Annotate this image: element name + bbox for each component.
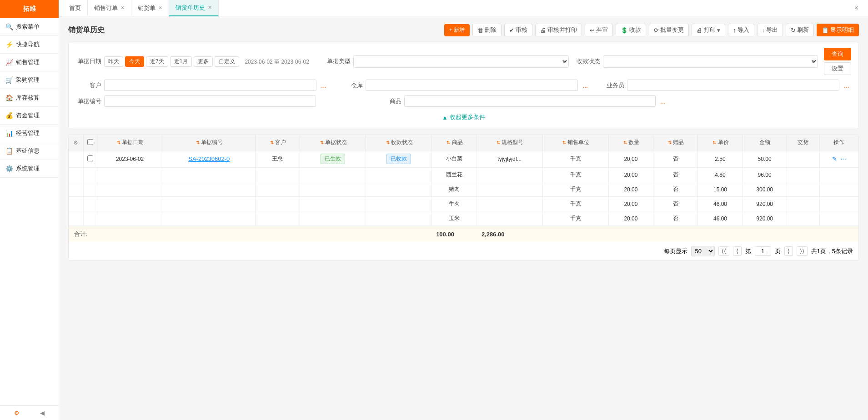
row-docno[interactable] (163, 168, 255, 182)
collect-button[interactable]: 💲 收款 (616, 24, 646, 36)
col-settings[interactable]: ⚙ (69, 135, 83, 150)
doc-type-select[interactable] (353, 55, 568, 68)
import-button[interactable]: ↑ 导入 (728, 24, 754, 36)
delete-button[interactable]: 🗑 删除 (472, 24, 502, 36)
audit-print-button[interactable]: 🖨 审核并打印 (535, 24, 582, 36)
warehouse-input[interactable] (366, 80, 578, 91)
new-button[interactable]: + 新增 (444, 24, 470, 36)
col-checkbox[interactable] (83, 135, 97, 150)
audit-button[interactable]: ✔ 审核 (504, 24, 532, 36)
col-docno[interactable]: ⇅ 单据编号 (163, 135, 255, 150)
export-button[interactable]: ↓ 导出 (757, 24, 783, 36)
pagination-bar: 每页显示 10 20 50 100 ⟨⟨ ⟨ 第 页 ⟩ ⟩⟩ 共1页，5条记录 (69, 242, 858, 260)
collapse-filter-button[interactable]: ▲ 收起更多条件 (76, 111, 851, 123)
row-checkbox[interactable] (83, 150, 97, 168)
abandon-button[interactable]: ↩ 弃审 (585, 24, 613, 36)
table-row: 玉米 千克 20.00 否 46.00 920.00 (69, 211, 858, 226)
import-icon: ↑ (733, 27, 736, 34)
tab-sales-order[interactable]: 销售订单 ✕ (88, 0, 131, 16)
row-price: 46.00 (698, 197, 743, 211)
date-btn-today[interactable]: 今天 (125, 56, 144, 67)
row-delivery (787, 197, 819, 211)
select-all-checkbox[interactable] (87, 139, 93, 145)
print-button[interactable]: 🖨 打印 ▾ (692, 24, 725, 36)
page-label: 第 (745, 247, 751, 255)
refresh-button[interactable]: ↻ 刷新 (786, 24, 814, 36)
row-qty: 20.00 (608, 182, 653, 197)
goods-input[interactable] (404, 95, 656, 107)
salesperson-ellipsis[interactable]: ... (842, 82, 851, 89)
row-docno[interactable] (163, 197, 255, 211)
row-docno[interactable]: SA-20230602-0 (163, 150, 255, 168)
sidebar-item-search-menu[interactable]: 🔍 搜索菜单 (0, 18, 59, 36)
next-page-button[interactable]: ⟩ (784, 246, 793, 256)
tab-bar-close-button[interactable]: ✕ (848, 5, 864, 11)
row-select-checkbox[interactable] (87, 155, 93, 161)
col-doc-status[interactable]: ⇅ 单据状态 (300, 135, 366, 150)
sidebar-bottom: ⚙ ◀ (0, 405, 59, 420)
last-page-button[interactable]: ⟩⟩ (797, 246, 808, 256)
page-size-select[interactable]: 10 20 50 100 (691, 246, 715, 256)
row-unit: 千克 (542, 150, 608, 168)
date-btn-7days[interactable]: 近7天 (146, 56, 168, 67)
batch-change-button[interactable]: ⟳ 批量变更 (649, 24, 689, 36)
col-customer[interactable]: ⇅ 客户 (255, 135, 300, 150)
tab-sales-invoice-label: 销货单 (138, 4, 156, 12)
close-icon[interactable]: ✕ (120, 5, 125, 11)
sidebar-item-basic-info[interactable]: 📋 基础信息 (0, 142, 59, 160)
audit-print-icon: 🖨 (540, 27, 546, 34)
row-docno[interactable] (163, 211, 255, 226)
prev-page-button[interactable]: ⟨ (733, 246, 742, 256)
row-checkbox[interactable] (83, 197, 97, 211)
sidebar-item-sales-mgmt[interactable]: 📈 销售管理 (0, 54, 59, 71)
edit-icon[interactable]: ✎ (832, 155, 837, 162)
col-spec[interactable]: ⇅ 规格型号 (477, 135, 542, 150)
show-detail-button[interactable]: 📋 显示明细 (817, 24, 859, 36)
sidebar-item-finance-mgmt[interactable]: 💰 资金管理 (0, 107, 59, 125)
sidebar-item-purchase-mgmt[interactable]: 🛒 采购管理 (0, 71, 59, 89)
row-date (97, 182, 163, 197)
setting-button[interactable]: 设置 (824, 62, 851, 75)
row-checkbox[interactable] (83, 182, 97, 197)
sidebar-item-inventory[interactable]: 🏠 库存核算 (0, 89, 59, 107)
sort-icon: ⇅ (623, 140, 627, 145)
col-gift[interactable]: ⇅ 赠品 (653, 135, 698, 150)
customer-ellipsis[interactable]: ... (319, 82, 328, 89)
row-checkbox[interactable] (83, 211, 97, 226)
first-page-button[interactable]: ⟨⟨ (718, 246, 729, 256)
pay-status-select[interactable] (603, 55, 818, 68)
warehouse-ellipsis[interactable]: ... (581, 82, 590, 89)
sidebar-settings-icon[interactable]: ⚙ (14, 410, 20, 416)
customer-input[interactable] (104, 80, 316, 91)
docno-input[interactable] (104, 95, 316, 107)
sidebar-item-operations-mgmt[interactable]: 📊 经营管理 (0, 125, 59, 142)
page-number-input[interactable] (755, 246, 771, 256)
date-btn-1month[interactable]: 近1月 (170, 56, 192, 67)
close-icon[interactable]: ✕ (158, 5, 162, 11)
goods-ellipsis[interactable]: ... (658, 98, 667, 105)
query-button[interactable]: 查询 (824, 48, 851, 60)
col-goods[interactable]: ⇅ 商品 (432, 135, 477, 150)
tab-home[interactable]: 首页 (63, 0, 88, 16)
date-btn-more[interactable]: 更多 (194, 56, 213, 67)
close-icon[interactable]: ✕ (208, 5, 212, 10)
tab-sales-invoice[interactable]: 销货单 ✕ (131, 0, 169, 16)
col-price[interactable]: ⇅ 单价 (698, 135, 743, 150)
sidebar-collapse-icon[interactable]: ◀ (40, 410, 45, 416)
date-btn-yesterday[interactable]: 昨天 (104, 56, 123, 67)
row-checkbox[interactable] (83, 168, 97, 182)
col-qty[interactable]: ⇅ 数量 (608, 135, 653, 150)
row-spec (477, 211, 542, 226)
salesperson-input[interactable] (627, 80, 839, 91)
col-date[interactable]: ⇅ 单据日期 (97, 135, 163, 150)
tab-sales-history[interactable]: 销货单历史 ✕ (169, 0, 219, 16)
more-icon[interactable]: ⋯ (840, 155, 846, 162)
col-unit[interactable]: ⇅ 销售单位 (542, 135, 608, 150)
sidebar-item-quick-nav[interactable]: ⚡ 快捷导航 (0, 36, 59, 54)
row-docno[interactable] (163, 182, 255, 197)
sidebar-item-system-mgmt[interactable]: ⚙️ 系统管理 (0, 160, 59, 178)
date-btn-custom[interactable]: 自定义 (215, 56, 239, 67)
table-row: 猪肉 千克 20.00 否 15.00 300.00 (69, 182, 858, 197)
col-pay-status[interactable]: ⇅ 收款状态 (366, 135, 432, 150)
toolbar: + 新增 🗑 删除 ✔ 审核 🖨 审核并打印 ↩ 弃审 (444, 24, 859, 36)
